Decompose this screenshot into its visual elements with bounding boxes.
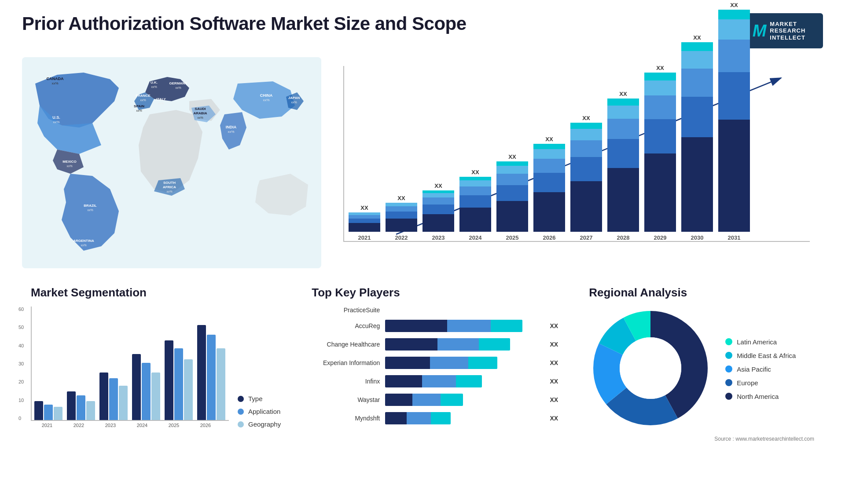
regional-label-apac: Asia Pacific — [737, 365, 771, 373]
svg-text:xx%: xx% — [81, 244, 86, 247]
bar-xx-2024: XX — [471, 169, 479, 175]
segmentation-title: Market Segmentation — [31, 286, 281, 299]
bar-seg-light-2022 — [386, 206, 417, 212]
bar-seg-teal-2028 — [607, 99, 639, 106]
player-seg3-change — [479, 338, 510, 351]
bar-seg-light-2028 — [607, 119, 639, 139]
regional-title: Regional Analysis — [589, 286, 814, 299]
player-seg2-myndshft — [407, 412, 431, 424]
bar-xx-2028: XX — [619, 91, 627, 97]
seg-bar-geo-2026 — [217, 348, 225, 420]
regional-legend: Latin America Middle East & Africa Asia … — [725, 338, 796, 400]
svg-point-40 — [620, 337, 681, 399]
bar-seg-teal-2025 — [496, 161, 528, 166]
player-seg1-experian — [385, 357, 430, 369]
seg-bar-type-2022 — [67, 391, 76, 420]
bar-seg-light-2024 — [459, 186, 491, 195]
seg-bars-area — [31, 307, 229, 421]
bar-seg-dark-2027 — [570, 181, 602, 232]
bar-seg-dark-2030 — [681, 137, 713, 232]
bar-seg-mid-2024 — [459, 195, 491, 208]
players-title: Top Key Players — [312, 286, 558, 299]
bar-year-2026: 2026 — [543, 234, 556, 241]
bar-seg-teal-2027 — [570, 123, 602, 129]
seg-bar-type-2024 — [132, 354, 141, 420]
bar-seg-teal-2031 — [718, 10, 750, 19]
bar-chart-area: XX 2021 XX — [343, 66, 810, 242]
bar-seg-cyan-2023 — [422, 193, 454, 197]
players-container: Top Key Players PracticeSuite AccuReg — [303, 281, 567, 466]
svg-text:xx%: xx% — [158, 102, 164, 105]
segmentation-container: Market Segmentation 60 50 40 30 20 10 0 — [22, 281, 290, 466]
bar-year-2030: 2030 — [691, 234, 704, 241]
legend-label-geo: Geography — [248, 420, 281, 428]
donut-area: Latin America Middle East & Africa Asia … — [589, 307, 814, 431]
player-seg2-waystar — [412, 394, 441, 406]
bar-seg-dark-2023 — [422, 214, 454, 232]
player-seg3-infinx — [456, 375, 482, 387]
legend-type: Type — [238, 395, 281, 402]
svg-text:xx%: xx% — [87, 208, 93, 212]
seg-legend: Type Application Geography — [238, 386, 281, 428]
regional-dot-na — [725, 393, 732, 400]
bar-xx-2021: XX — [360, 205, 368, 211]
bar-seg-mid-2025 — [496, 185, 528, 201]
bar-seg-mid-2028 — [607, 139, 639, 168]
seg-bar-app-2022 — [77, 395, 85, 420]
bar-group-2029: XX 2029 — [644, 65, 676, 241]
regional-legend-apac: Asia Pacific — [725, 365, 796, 373]
bar-seg-cyan-2028 — [607, 106, 639, 119]
seg-bar-geo-2021 — [54, 407, 62, 420]
player-seg1-accureg — [385, 320, 447, 332]
bar-seg-light-2030 — [681, 69, 713, 97]
svg-text:SPAIN: SPAIN — [134, 104, 144, 108]
svg-text:xx%: xx% — [166, 190, 172, 193]
svg-text:JAPAN: JAPAN — [288, 96, 300, 100]
svg-text:xx%: xx% — [197, 116, 203, 119]
seg-bars-wrapper: 60 50 40 30 20 10 0 — [31, 307, 229, 428]
player-seg2-experian — [430, 357, 468, 369]
bar-group-2027: XX 2027 — [570, 115, 602, 241]
bar-year-2025: 2025 — [506, 234, 519, 241]
bar-year-2031: 2031 — [728, 234, 741, 241]
segmentation-chart-area: 60 50 40 30 20 10 0 — [31, 307, 281, 428]
player-xx-accureg: XX — [550, 322, 558, 329]
player-name-experian: Experian Information — [312, 359, 380, 366]
legend-label-type: Type — [248, 395, 263, 402]
svg-text:AFRICA: AFRICA — [163, 185, 176, 189]
player-seg1-waystar — [385, 394, 412, 406]
bar-year-2029: 2029 — [654, 234, 667, 241]
bar-seg-dark-2029 — [644, 153, 676, 232]
bar-year-2023: 2023 — [432, 234, 445, 241]
svg-text:xx%: xx% — [53, 120, 59, 124]
bar-stack-2029 — [644, 73, 676, 232]
bar-seg-light-2029 — [644, 95, 676, 119]
seg-bar-app-2024 — [142, 363, 151, 420]
growth-chart-container: XX 2021 XX — [334, 57, 823, 268]
bar-stack-2030 — [681, 42, 713, 232]
bar-seg-mid-2029 — [644, 119, 676, 153]
regional-legend-europe: Europe — [725, 379, 796, 387]
svg-text:CANADA: CANADA — [47, 77, 64, 81]
bar-seg-light-2025 — [496, 174, 528, 185]
player-seg2-accureg — [447, 320, 491, 332]
player-xx-infinx: XX — [550, 378, 558, 385]
player-name-change: Change Healthcare — [312, 341, 380, 348]
bar-xx-2029: XX — [656, 65, 664, 71]
bar-seg-cyan-2030 — [681, 51, 713, 69]
bar-group-2023: XX 2023 — [422, 183, 454, 241]
player-name-practicesuite: PracticeSuite — [312, 307, 380, 314]
regional-label-latin: Latin America — [737, 338, 777, 346]
svg-text:xx%: xx% — [263, 98, 269, 102]
seg-group-2023 — [99, 373, 128, 420]
seg-bar-type-2023 — [99, 373, 108, 420]
player-bar-waystar — [385, 394, 541, 406]
player-row-practicesuite: PracticeSuite — [312, 307, 558, 314]
bar-seg-dark-2021 — [349, 223, 380, 232]
logo-line1: MARKET — [770, 21, 805, 28]
bar-stack-2024 — [459, 177, 491, 232]
bar-seg-teal-2024 — [459, 177, 491, 180]
bar-stack-2021 — [349, 212, 380, 232]
source-line: Source : www.marketresearchintellect.com — [589, 436, 814, 442]
bar-xx-2031: XX — [730, 2, 738, 8]
